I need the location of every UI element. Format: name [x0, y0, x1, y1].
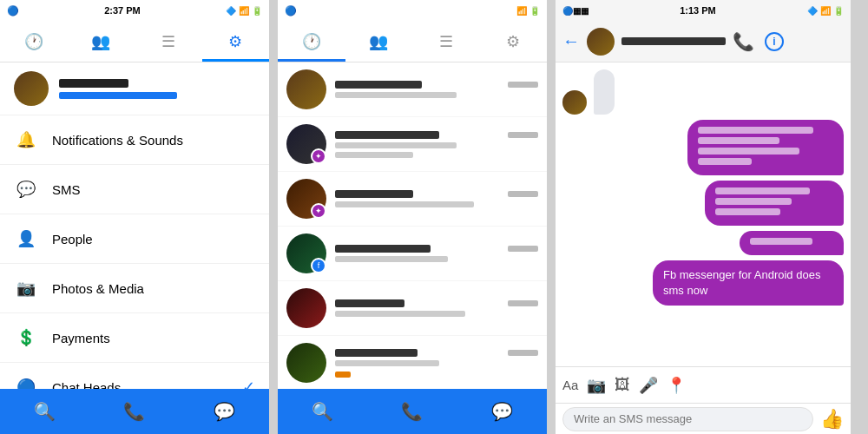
location-button[interactable]: 📍: [667, 376, 686, 395]
nav-settings-1[interactable]: ⚙: [202, 21, 270, 62]
phone3-conversation: 🔵▦▦ 1:13 PM 🔷 📶 🔋 ← 📞 i: [556, 0, 851, 434]
chat-avatar-1: [286, 69, 326, 109]
bubble-sent-3: [740, 231, 844, 255]
nav-recent-1[interactable]: 🕐: [0, 21, 68, 62]
payments-label: Payments: [52, 331, 255, 345]
sms-icon: 💬: [14, 177, 38, 201]
top-nav-1: 🕐 👥 ☰ ⚙: [0, 21, 269, 62]
sms-label: SMS: [52, 182, 255, 197]
chat-button-2[interactable]: 💬: [457, 401, 547, 422]
nav-settings-2[interactable]: ⚙: [480, 21, 548, 62]
chat-list: ✦ ✦: [278, 62, 547, 389]
nav-contacts-2[interactable]: 👥: [345, 21, 413, 62]
people-icon: 👥: [91, 32, 110, 51]
wifi-icon-2: 📶: [516, 6, 527, 16]
back-button[interactable]: ←: [562, 31, 580, 51]
orange-indicator: [335, 372, 351, 378]
bubble-sent-2: [705, 181, 844, 226]
search-button-2[interactable]: 🔍: [278, 401, 367, 422]
chat-time-6: [508, 350, 538, 356]
list-item[interactable]: f: [278, 227, 547, 281]
settings-list: 🔔 Notifications & Sounds 💬 SMS 👤 People …: [0, 115, 269, 389]
bell-icon: 🔔: [14, 128, 38, 152]
message-toolbar: Aa 📷 🖼 🎤 📍: [556, 366, 851, 403]
list-item[interactable]: [278, 62, 547, 117]
chat-msg-5: [335, 311, 465, 317]
clock-icon: 🕐: [24, 32, 43, 51]
camera-icon: 📷: [14, 276, 38, 300]
msg-bar: [698, 158, 752, 165]
clock-icon-2: 🕐: [302, 32, 321, 51]
chat-name-row-2: [335, 131, 538, 139]
chat-info-2: [335, 131, 538, 158]
nav-recent-2[interactable]: 🕐: [278, 21, 345, 62]
list-item[interactable]: [278, 281, 547, 336]
chat-button-1[interactable]: 💬: [180, 401, 269, 422]
send-button[interactable]: 👍: [820, 408, 844, 431]
fb-icon-3: 🔵▦▦: [562, 6, 589, 16]
camera-button[interactable]: 📷: [587, 376, 606, 395]
status-bar-1: 🔵 2:37 PM 🔷 📶 🔋: [0, 0, 269, 21]
chat-name-1: [335, 81, 422, 89]
message-sent-real: Fb messenger for Android does sms now: [562, 260, 844, 306]
contact-avatar: [587, 28, 615, 56]
msg-bar: [698, 127, 813, 134]
message-text: Fb messenger for Android does sms now: [663, 268, 820, 297]
gear-icon-2: ⚙: [506, 32, 520, 51]
phone-button-2[interactable]: 📞: [367, 401, 457, 422]
settings-item-photos[interactable]: 📷 Photos & Media: [0, 264, 269, 313]
message-received-1: [562, 69, 844, 115]
bottom-bar-2: 🔍 📞 💬: [278, 389, 547, 434]
search-icon-1: 🔍: [34, 401, 56, 422]
nav-groups-2[interactable]: ☰: [412, 21, 480, 62]
settings-item-payments[interactable]: 💲 Payments: [0, 313, 269, 363]
list-item[interactable]: ✦: [278, 172, 547, 227]
status-icons-left-1: 🔵: [7, 5, 19, 16]
bottom-bar-1: 🔍 📞 💬: [0, 389, 269, 434]
list-item[interactable]: [278, 336, 547, 389]
chat-avatar-wrap-2: ✦: [286, 124, 326, 164]
settings-item-notifications[interactable]: 🔔 Notifications & Sounds: [0, 115, 269, 165]
chat-msg-2: [335, 142, 457, 148]
settings-item-sms[interactable]: 💬 SMS: [0, 165, 269, 214]
profile-section[interactable]: [0, 62, 269, 115]
phone-icon-2: 📞: [401, 401, 423, 422]
keyboard-button[interactable]: Aa: [562, 378, 578, 392]
chat-time-4: [508, 246, 538, 252]
image-button[interactable]: 🖼: [615, 376, 630, 394]
bubble-received-1: [594, 69, 615, 115]
mic-button[interactable]: 🎤: [639, 376, 658, 395]
battery-icon-3: 🔋: [833, 6, 844, 16]
top-nav-2: 🕐 👥 ☰ ⚙: [278, 21, 547, 62]
phone-button-1[interactable]: 📞: [89, 401, 179, 422]
nav-contacts-1[interactable]: 👥: [68, 21, 135, 62]
message-input-row: 👍: [556, 403, 851, 434]
chat-avatar-6: [286, 343, 326, 383]
list-item[interactable]: ✦: [278, 117, 547, 172]
list-icon: ☰: [161, 32, 175, 51]
search-button-1[interactable]: 🔍: [0, 401, 89, 422]
chat-name-4: [335, 245, 431, 253]
chatheads-icon: 🔵: [14, 375, 38, 389]
badge-fb-4: f: [311, 258, 326, 273]
status-icons-left-3: 🔵▦▦: [562, 6, 589, 16]
msg-bar: [715, 198, 792, 205]
photos-label: Photos & Media: [52, 281, 255, 296]
chat-info-5: [335, 299, 538, 317]
nav-groups-1[interactable]: ☰: [135, 21, 202, 62]
status-icons-left-2: 🔵: [285, 5, 297, 16]
badge-messenger-2: ✦: [311, 148, 326, 164]
msg-bar: [715, 208, 780, 215]
chat-avatar-wrap-1: [286, 69, 326, 109]
message-sent-1: [562, 120, 844, 175]
chat-avatar-wrap-3: ✦: [286, 179, 326, 219]
call-button[interactable]: 📞: [733, 31, 754, 52]
chat-time-5: [508, 300, 538, 306]
conversation-actions: 📞 i: [733, 31, 784, 52]
info-button[interactable]: i: [765, 32, 784, 51]
settings-item-people[interactable]: 👤 People: [0, 214, 269, 264]
settings-item-chatheads[interactable]: 🔵 Chat Heads ✓: [0, 363, 269, 389]
message-input[interactable]: [562, 407, 813, 431]
people-icon-2: 👥: [369, 32, 388, 51]
message-sent-2: [562, 181, 844, 226]
